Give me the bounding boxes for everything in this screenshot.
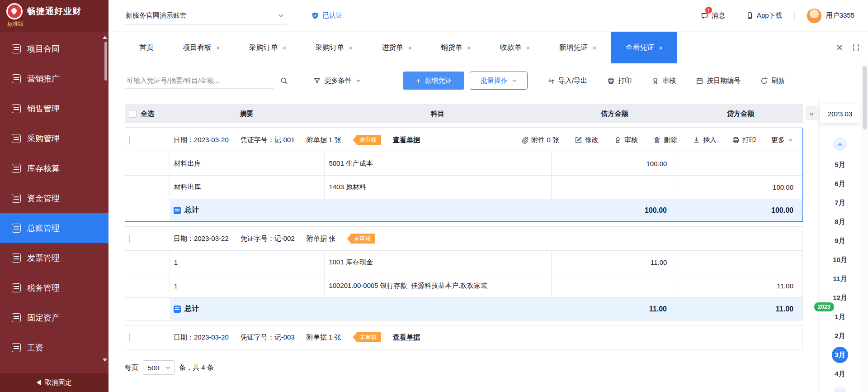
app-download-button[interactable]: App下载 bbox=[746, 11, 783, 20]
column-header-summary: 摘要 bbox=[169, 110, 324, 118]
sidebar-scroll-down-icon[interactable] bbox=[103, 359, 107, 364]
voucher-entry-row[interactable]: 材料出库 1403 原材料 100.00 bbox=[125, 175, 802, 199]
user-menu[interactable]: 用户3355 bbox=[807, 8, 854, 24]
voucher-checkbox[interactable] bbox=[129, 333, 130, 342]
more-filters-button[interactable]: 更多条件 bbox=[313, 76, 361, 85]
inventory-icon bbox=[12, 164, 21, 173]
month-item[interactable]: 1月 bbox=[835, 311, 845, 322]
search-icon[interactable] bbox=[280, 77, 288, 85]
print-button[interactable]: 打印 bbox=[732, 136, 756, 144]
per-page-select[interactable]: 500 bbox=[143, 360, 175, 375]
import-export-button[interactable]: 导入/导出 bbox=[547, 76, 587, 85]
messages-button[interactable]: 1 消息 bbox=[701, 11, 725, 20]
sidebar-item-payroll[interactable]: 工资 bbox=[0, 333, 108, 363]
tab-close-icon[interactable]: × bbox=[216, 44, 220, 52]
tab-receipt[interactable]: 收款单× bbox=[486, 32, 545, 63]
tab-close-icon[interactable]: × bbox=[467, 44, 471, 52]
more-button[interactable]: 更多 bbox=[771, 136, 793, 144]
view-document-link[interactable]: 查看单据 bbox=[393, 136, 420, 144]
tab-close-icon[interactable]: × bbox=[283, 44, 287, 52]
search-input[interactable] bbox=[127, 76, 272, 84]
voucher-checkbox[interactable] bbox=[129, 136, 130, 144]
number-by-date-button[interactable]: 按日期编号 bbox=[696, 76, 741, 85]
account-cell: 100201.00-0005 银行存款_佳源科技基本户.欢欢家装 bbox=[324, 274, 551, 297]
tax-icon bbox=[12, 283, 21, 292]
total-label: 总计 bbox=[184, 206, 199, 215]
fullscreen-icon[interactable] bbox=[852, 44, 860, 52]
messages-count-badge: 1 bbox=[705, 6, 712, 14]
sidebar-item-inventory[interactable]: 库存核算 bbox=[0, 153, 108, 183]
tab-project-board[interactable]: 项目看板× bbox=[168, 32, 235, 63]
sidebar-item-invoice[interactable]: 发票管理 bbox=[0, 243, 108, 273]
audit-button[interactable]: 审核 bbox=[651, 76, 676, 85]
audit-stamp-icon bbox=[651, 77, 659, 85]
sidebar-item-marketing[interactable]: 营销推广 bbox=[0, 64, 108, 94]
month-item-active[interactable]: 3月 bbox=[832, 347, 848, 363]
voucher-attachment-count: 附单据 1 张 bbox=[307, 333, 341, 342]
tab-purchase-order-1[interactable]: 采购订单× bbox=[235, 32, 301, 63]
tab-close-icon[interactable]: × bbox=[659, 44, 663, 52]
sidebar-item-fixed-assets[interactable]: 固定资产 bbox=[0, 303, 108, 333]
account-cell: 5001 生产成本 bbox=[324, 152, 551, 175]
close-all-tabs-icon[interactable]: × bbox=[836, 42, 843, 53]
refresh-button[interactable]: 刷新 bbox=[760, 76, 785, 85]
view-document-link[interactable]: 查看单据 bbox=[393, 333, 420, 342]
print-button[interactable]: 打印 bbox=[607, 76, 632, 85]
sidebar-scroll-up-icon[interactable] bbox=[103, 33, 107, 39]
voucher-checkbox[interactable] bbox=[129, 234, 130, 243]
month-item[interactable]: 4月 bbox=[835, 368, 845, 379]
account-cell: 1001 库存现金 bbox=[324, 251, 551, 274]
tab-goods-receipt[interactable]: 进货单× bbox=[367, 32, 426, 63]
tab-close-icon[interactable]: × bbox=[526, 44, 530, 52]
scroll-months-up-button[interactable] bbox=[833, 138, 847, 151]
delete-button[interactable]: 删除 bbox=[653, 136, 677, 144]
collapse-panel-button[interactable]: » bbox=[806, 106, 817, 120]
scroll-months-down-button[interactable] bbox=[833, 387, 847, 392]
vertical-scrollbar[interactable] bbox=[861, 63, 868, 392]
month-item[interactable]: 5月 bbox=[835, 159, 845, 170]
account-set-select[interactable]: 新服务官网演示账套 bbox=[125, 7, 288, 25]
select-all-checkbox[interactable] bbox=[129, 110, 137, 118]
sidebar-item-purchase[interactable]: 采购管理 bbox=[0, 124, 108, 153]
app-window: 畅捷通好业财 标准版 项目合同 营销推广 销售管理 采购管理 库存核算 资金管理… bbox=[0, 0, 868, 392]
tab-close-icon[interactable]: × bbox=[349, 44, 353, 52]
voucher-entry-row[interactable]: 材料出库 5001 生产成本 100.00 bbox=[125, 152, 802, 175]
voucher-entry-row[interactable]: 1 100201.00-0005 银行存款_佳源科技基本户.欢欢家装 11.00 bbox=[125, 274, 802, 297]
tab-view-voucher[interactable]: 查看凭证× bbox=[611, 32, 677, 63]
month-item[interactable]: 7月 bbox=[835, 197, 845, 208]
phone-icon bbox=[746, 12, 754, 19]
month-item[interactable]: 11月 bbox=[833, 273, 847, 284]
audit-button[interactable]: 审核 bbox=[614, 136, 638, 144]
sidebar-scrollbar-thumb[interactable] bbox=[104, 42, 107, 81]
sidebar-item-funds[interactable]: 资金管理 bbox=[0, 183, 108, 213]
paperclip-icon bbox=[521, 136, 528, 144]
month-item[interactable]: 8月 bbox=[835, 216, 845, 227]
unpin-sidebar-button[interactable]: 取消固定 bbox=[0, 373, 108, 392]
voucher-search-field[interactable] bbox=[125, 72, 274, 89]
month-item[interactable]: 2月 bbox=[835, 330, 845, 341]
sidebar-item-tax[interactable]: 税务管理 bbox=[0, 273, 108, 303]
edit-button[interactable]: 修改 bbox=[575, 136, 599, 144]
sidebar: 畅捷通好业财 标准版 项目合同 营销推广 销售管理 采购管理 库存核算 资金管理… bbox=[0, 0, 108, 392]
sidebar-item-general-ledger[interactable]: 总账管理 bbox=[0, 213, 108, 243]
tab-sales-delivery[interactable]: 销货单× bbox=[426, 32, 486, 63]
month-item[interactable]: 10月 bbox=[833, 254, 847, 265]
voucher-block: 日期：2023-03-22 凭证字号：记-002 附单据 张 未审核 1 100… bbox=[125, 226, 803, 320]
tab-home[interactable]: 首页 bbox=[125, 32, 168, 63]
tab-purchase-order-2[interactable]: 采购订单× bbox=[301, 32, 368, 63]
month-item[interactable]: 9月 bbox=[835, 235, 845, 246]
add-voucher-button[interactable]: 新增凭证 bbox=[403, 72, 464, 90]
scrollbar-thumb[interactable] bbox=[863, 66, 867, 129]
tab-close-icon[interactable]: × bbox=[593, 44, 597, 52]
current-period-label: 2023.03 bbox=[820, 104, 860, 123]
attachment-button[interactable]: 附件 0 张 bbox=[521, 136, 559, 144]
tab-new-voucher[interactable]: 新增凭证× bbox=[545, 32, 611, 63]
sidebar-item-sales[interactable]: 销售管理 bbox=[0, 94, 108, 124]
sidebar-item-project-contract[interactable]: 项目合同 bbox=[0, 34, 108, 64]
insert-button[interactable]: 插入 bbox=[693, 136, 717, 144]
batch-operations-button[interactable]: 批量操作 bbox=[470, 72, 528, 90]
voucher-entry-row[interactable]: 1 1001 库存现金 11.00 bbox=[125, 250, 802, 274]
tab-close-icon[interactable]: × bbox=[408, 44, 412, 52]
month-item[interactable]: 6月 bbox=[835, 178, 845, 189]
month-item[interactable]: 12月 bbox=[833, 292, 847, 303]
